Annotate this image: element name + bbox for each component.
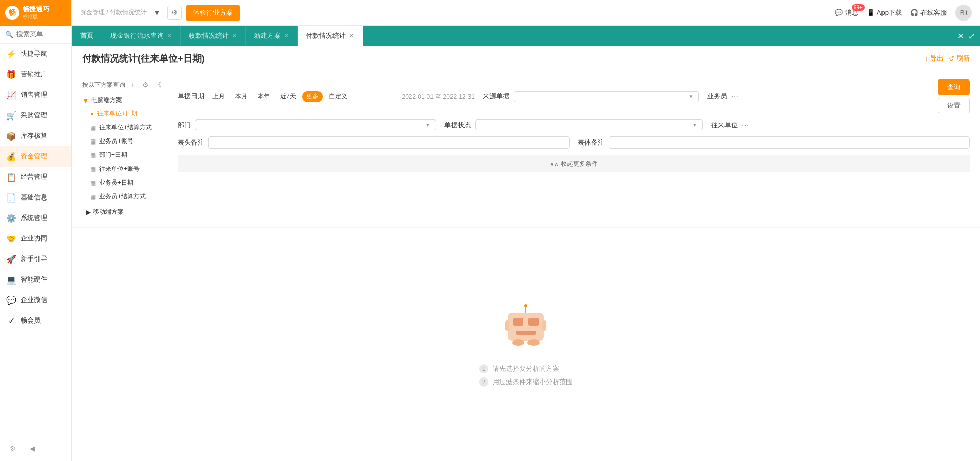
sidebar-item-label: 畅会员 [21, 316, 41, 325]
tab-maximize-btn[interactable]: ⤢ [968, 31, 975, 41]
filter-table-body-note: 表体备注 [578, 136, 970, 149]
sidebar-item-operation[interactable]: 📋 经营管理 [0, 167, 71, 187]
sidebar-item-system[interactable]: ⚙️ 系统管理 [0, 208, 71, 228]
tab-receivable-label: 收款情况统计 [189, 31, 229, 41]
sidebar-search[interactable]: 🔍 搜索菜单 [0, 26, 71, 44]
header-settings-btn[interactable]: ⚙ [167, 6, 182, 20]
mobile-group-header[interactable]: ▶ 移动端方案 [82, 206, 163, 218]
scheme-item-label: 业务员+结算方式 [99, 192, 146, 201]
scheme-item-label: 往来单位+日期 [97, 109, 138, 118]
chevron-up-icon: ∧∧ [550, 161, 559, 168]
sidebar-item-capital[interactable]: 💰 资金管理 [0, 146, 71, 167]
sidebar-item-purchase[interactable]: 🛒 采购管理 [0, 105, 71, 126]
filter-partner: 往来单位 ··· [711, 121, 970, 130]
last-month-btn[interactable]: 上月 [208, 91, 229, 102]
settings-btn[interactable]: 设置 [938, 98, 970, 113]
notification-badge: 99+ [852, 4, 865, 11]
filter-source: 来源单据 ▼ [483, 91, 699, 102]
svg-rect-3 [516, 331, 536, 335]
query-btn[interactable]: 查询 [938, 79, 970, 95]
sidebar-item-marketing[interactable]: 🎁 营销推广 [0, 64, 71, 85]
partner-select-btn[interactable]: ··· [742, 121, 749, 130]
source-select[interactable]: ▼ [514, 91, 699, 102]
schemes-collapse-btn[interactable]: 《 [152, 79, 163, 90]
scheme-item-dept-date[interactable]: ▦ 部门+日期 [82, 148, 163, 162]
scheme-item-unit-date[interactable]: ● 往来单位+日期 [82, 107, 163, 121]
doc-status-select[interactable]: ▼ [475, 119, 703, 130]
sidebar-item-basic[interactable]: 📄 基础信息 [0, 187, 71, 208]
sidebar-item-label: 企业微信 [21, 295, 47, 305]
sidebar-collapse-btn[interactable]: ◀ [25, 440, 40, 456]
table-body-note-input[interactable] [609, 136, 970, 149]
staff-label: 业务员 [707, 92, 727, 101]
last-7-days-btn[interactable]: 近7天 [276, 91, 300, 102]
tab-bank[interactable]: 现金银行流水查询 ✕ [102, 26, 181, 46]
schemes-add-btn[interactable]: + [128, 79, 138, 90]
sidebar-item-member[interactable]: ✓ 畅会员 [0, 310, 71, 331]
sidebar-item-label: 基础信息 [21, 193, 47, 202]
scheme-item-staff-settle[interactable]: ▦ 业务员+结算方式 [82, 190, 163, 204]
scheme-item-unit-settle[interactable]: ▦ 往来单位+结算方式 [82, 121, 163, 134]
staff-select-btn[interactable]: ··· [731, 92, 738, 101]
header-right: 💬 消息 99+ 📱 App下载 🎧 在线客服 Rit [835, 5, 972, 21]
corp-icon: 🤝 [6, 233, 16, 244]
collapse-btn[interactable]: ∧∧ 收起更多条件 [550, 159, 598, 168]
scheme-item-label: 业务员+账号 [99, 137, 133, 146]
tab-home[interactable]: 首页 [72, 26, 102, 46]
scheme-item-label: 往来单位+账号 [99, 165, 140, 173]
more-dates-btn[interactable]: 更多 [302, 91, 323, 102]
page-header: 付款情况统计(往来单位+日期) ↑ 导出 ↺ 刷新 [72, 46, 980, 71]
export-label: 导出 [930, 54, 944, 63]
tab-payment-close[interactable]: ✕ [349, 32, 354, 39]
avatar[interactable]: Rit [955, 5, 972, 21]
sidebar-item-quick-nav[interactable]: ⚡ 快捷导航 [0, 44, 71, 64]
table-head-note-label: 表头备注 [178, 138, 204, 147]
scheme-item-staff-date[interactable]: ▦ 业务员+日期 [82, 176, 163, 190]
inventory-icon: 📦 [6, 131, 16, 141]
tab-payment[interactable]: 付款情况统计 ✕ [298, 26, 363, 46]
sidebar-item-sales[interactable]: 📈 销售管理 [0, 85, 71, 105]
this-month-btn[interactable]: 本月 [231, 91, 251, 102]
scheme-item-staff-account[interactable]: ▦ 业务员+账号 [82, 134, 163, 148]
notification-btn[interactable]: 💬 消息 99+ [835, 8, 858, 17]
desktop-group-header[interactable]: ▼ 电脑端方案 [82, 94, 163, 107]
online-service-btn[interactable]: 🎧 在线客服 [910, 8, 947, 17]
sidebar-item-hardware[interactable]: 💻 智能硬件 [0, 269, 71, 290]
filter-dept: 部门 ▼ [178, 119, 436, 130]
page-actions: ↑ 导出 ↺ 刷新 [925, 54, 970, 63]
service-label: 在线客服 [920, 8, 947, 17]
dept-select[interactable]: ▼ [195, 119, 436, 130]
scheme-item-unit-account[interactable]: ▦ 往来单位+账号 [82, 162, 163, 176]
export-btn[interactable]: ↑ 导出 [925, 54, 944, 63]
schemes-settings-btn[interactable]: ⚙ [140, 79, 150, 90]
this-year-btn[interactable]: 本年 [253, 91, 274, 102]
breadcrumb-dropdown[interactable]: ▼ [151, 7, 163, 19]
export-icon: ↑ [925, 55, 929, 63]
tab-receivable[interactable]: 收款情况统计 ✕ [181, 26, 246, 46]
tab-new-plan-close[interactable]: ✕ [284, 32, 289, 39]
custom-date-btn[interactable]: 自定义 [325, 91, 351, 102]
sidebar-settings-btn[interactable]: ⚙ [5, 440, 21, 456]
desktop-scheme-group: ▼ 电脑端方案 ● 往来单位+日期 ▦ 往来单位+结算方式 ▦ 业务员+账号 [82, 94, 163, 204]
sidebar-item-guide[interactable]: 🚀 新手引导 [0, 249, 71, 269]
tab-home-label: 首页 [80, 31, 93, 41]
refresh-btn[interactable]: ↺ 刷新 [949, 54, 970, 63]
app-download-btn[interactable]: 📱 App下载 [867, 8, 902, 17]
sidebar-item-corp[interactable]: 🤝 企业协同 [0, 228, 71, 249]
tab-bank-close[interactable]: ✕ [167, 32, 172, 39]
trial-btn[interactable]: 体验行业方案 [186, 5, 240, 21]
tab-payment-label: 付款情况统计 [306, 31, 346, 41]
mobile-scheme-group: ▶ 移动端方案 [82, 206, 163, 218]
sidebar-logo: 畅 畅捷通巧 标准版 [0, 0, 71, 26]
header-logo-area: 资金管理 / 付款情况统计 ▼ ⚙ 体验行业方案 [80, 5, 829, 21]
sidebar-item-inventory[interactable]: 📦 库存核算 [0, 126, 71, 146]
svg-point-9 [524, 304, 527, 307]
tab-receivable-close[interactable]: ✕ [232, 32, 237, 39]
tab-close-all-btn[interactable]: ✕ [957, 31, 964, 41]
sidebar-item-wechat[interactable]: 💬 企业微信 [0, 290, 71, 310]
table-head-note-input[interactable] [208, 136, 570, 149]
sidebar-item-label: 企业协同 [21, 234, 47, 243]
scheme-icon: ▦ [90, 166, 96, 173]
tab-new-plan[interactable]: 新建方案 ✕ [246, 26, 298, 46]
source-label: 来源单据 [483, 92, 509, 101]
